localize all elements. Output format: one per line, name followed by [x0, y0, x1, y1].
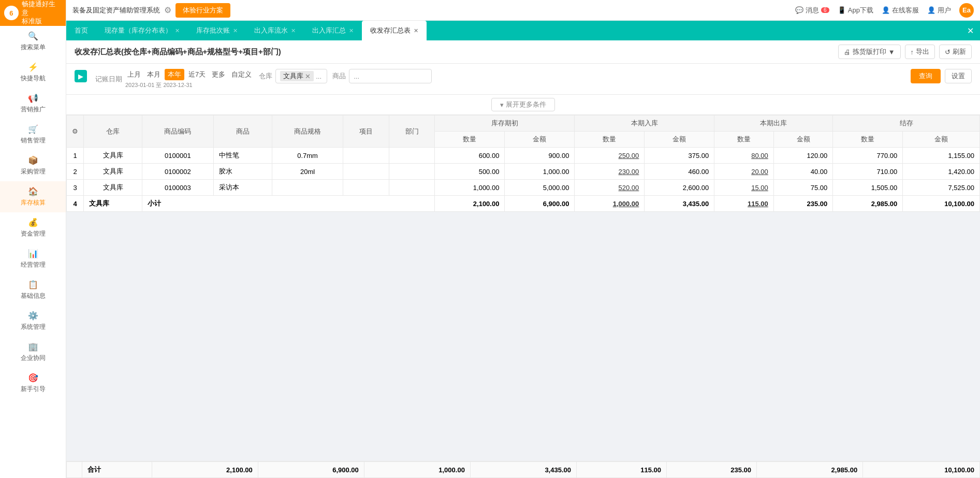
- row-goods-spec: 0.7mm: [272, 148, 343, 164]
- row-no: 2: [67, 164, 84, 180]
- row-out-qty[interactable]: 15.00: [714, 180, 774, 196]
- row-project: [343, 180, 389, 196]
- user-icon: 👤: [927, 6, 935, 14]
- row-in-amt: 460.00: [645, 164, 714, 180]
- nav-tab-close-batch[interactable]: ✕: [233, 27, 238, 34]
- row-in-qty-link[interactable]: 250.00: [619, 152, 639, 160]
- online-service-item[interactable]: 👤 在线客服: [882, 6, 919, 15]
- nav-tab-home[interactable]: 首页: [66, 21, 96, 40]
- sidebar-item-operations[interactable]: 📊 经营管理: [0, 243, 66, 274]
- sidebar-item-enterprise[interactable]: 🏢 企业协同: [0, 337, 66, 368]
- sidebar-item-purchase[interactable]: 📦 采购管理: [0, 150, 66, 181]
- export-btn[interactable]: ↑ 导出: [905, 45, 935, 59]
- warehouse-tag-close[interactable]: ✕: [305, 73, 311, 80]
- row-open-amt: 5,000.00: [505, 180, 575, 196]
- row-no: 1: [67, 148, 84, 164]
- row-in-qty[interactable]: 520.00: [575, 180, 645, 196]
- nav-tab-stock-dist[interactable]: 现存量（库存分布表）✕: [96, 21, 188, 40]
- col-open-qty-header: 数量: [435, 132, 505, 148]
- sidebar-item-marketing[interactable]: 📢 营销推广: [0, 88, 66, 119]
- date-opt-custom[interactable]: 自定义: [229, 69, 254, 80]
- settings-icon[interactable]: ⚙: [164, 5, 171, 15]
- total-out-qty: 115.00: [576, 462, 666, 478]
- row-out-qty[interactable]: 20.00: [714, 164, 774, 180]
- row-in-qty-link[interactable]: 520.00: [619, 184, 639, 192]
- sidebar-item-inventory[interactable]: 🏠 库存核算: [0, 181, 66, 212]
- col-settings-header[interactable]: ⚙: [67, 115, 84, 148]
- subtotal-out-qty-link[interactable]: 115.00: [748, 200, 768, 208]
- warehouse-label: 仓库: [259, 71, 272, 81]
- collapse-btn[interactable]: ▶: [75, 70, 87, 82]
- nav-tab-close-stock-dist[interactable]: ✕: [175, 27, 180, 34]
- nav-tab-receive-summary[interactable]: 收发存汇总表✕: [362, 21, 427, 40]
- goods-ellipsis[interactable]: ...: [354, 73, 359, 80]
- sidebar-item-quick-nav[interactable]: ⚡ 快捷导航: [0, 57, 66, 88]
- inventory-icon: 🏠: [28, 186, 38, 196]
- total-row: 合计 2,100.00 6,900.00 1,000.00 3,435.00 1…: [67, 462, 980, 478]
- sidebar-item-sales[interactable]: 🛒 销售管理: [0, 119, 66, 150]
- sidebar-item-finance[interactable]: 💰 资金管理: [0, 212, 66, 243]
- row-warehouse: 文具库: [84, 180, 142, 196]
- row-goods-code: 0100001: [142, 148, 214, 164]
- sidebar-item-guide[interactable]: 🎯 新手引导: [0, 368, 66, 399]
- close-window-btn[interactable]: ✕: [961, 26, 980, 36]
- nav-tab-close-inout-flow[interactable]: ✕: [291, 27, 296, 34]
- row-close-amt: 1,420.00: [903, 164, 980, 180]
- row-in-qty[interactable]: 250.00: [575, 148, 645, 164]
- marketing-icon: 📢: [28, 93, 38, 103]
- sidebar: 6 畅捷通好生意 标准版 🔍 搜索菜单 ⚡ 快捷导航 📢 营销推广 🛒 销售管理…: [0, 0, 66, 478]
- col-warehouse-header: 仓库: [84, 115, 142, 148]
- query-btn[interactable]: 查询: [911, 69, 941, 83]
- table-wrapper: ⚙ 仓库 商品编码 商品 商品规格 项目 部门 库存期初 本期入库 本期出库 结…: [66, 115, 980, 461]
- total-close-qty: 2,985.00: [757, 462, 863, 478]
- row-out-amt: 120.00: [773, 148, 833, 164]
- goods-input[interactable]: ...: [349, 69, 432, 83]
- app-download-item[interactable]: 📱 App下载: [838, 6, 873, 15]
- message-item[interactable]: 💬 消息 6: [795, 6, 829, 15]
- warehouse-input[interactable]: 文具库 ✕ ...: [275, 69, 327, 83]
- sidebar-item-system[interactable]: ⚙️ 系统管理: [0, 306, 66, 337]
- date-range: 2023-01-01 至 2023-12-31: [125, 81, 254, 89]
- table-row: 1 文具库 0100001 中性笔 0.7mm 600.00 900.00 25…: [67, 148, 980, 164]
- row-in-qty[interactable]: 230.00: [575, 164, 645, 180]
- warehouse-ellipsis[interactable]: ...: [316, 73, 321, 80]
- expand-conditions-btn[interactable]: ▾ 展开更多条件: [491, 98, 555, 111]
- app-logo: 6 畅捷通好生意 标准版: [0, 0, 66, 26]
- row-goods-name: 胶水: [213, 164, 272, 180]
- refresh-btn[interactable]: ↺ 刷新: [939, 45, 972, 59]
- page-actions: 🖨 拣货版打印 ▼ ↑ 导出 ↺ 刷新: [838, 45, 972, 59]
- nav-tab-batch[interactable]: 库存批次账✕: [188, 21, 246, 40]
- row-out-qty-link[interactable]: 15.00: [751, 184, 768, 192]
- row-out-qty-link[interactable]: 20.00: [751, 168, 768, 176]
- row-out-qty[interactable]: 80.00: [714, 148, 774, 164]
- logo-icon: 6: [4, 6, 19, 20]
- subtotal-open-qty: 2,100.00: [435, 196, 505, 212]
- row-in-qty-link[interactable]: 230.00: [619, 168, 639, 176]
- col-goods-name-header: 商品: [213, 115, 272, 148]
- row-close-amt: 7,525.00: [903, 180, 980, 196]
- row-goods-name: 中性笔: [213, 148, 272, 164]
- date-opt-this-month[interactable]: 本月: [145, 69, 163, 80]
- subtotal-in-qty-link[interactable]: 1,000.00: [613, 200, 639, 208]
- user-item[interactable]: 👤 用户: [927, 6, 951, 15]
- date-opt-last-month[interactable]: 上月: [125, 69, 143, 80]
- template-print-btn[interactable]: 🖨 拣货版打印 ▼: [838, 45, 901, 59]
- col-in-amt-header: 金额: [645, 132, 714, 148]
- sidebar-item-search[interactable]: 🔍 搜索菜单: [0, 26, 66, 57]
- sidebar-item-label-finance: 资金管理: [21, 229, 46, 238]
- nav-tab-inout-summary[interactable]: 出入库汇总✕: [304, 21, 362, 40]
- date-opt-more[interactable]: 更多: [210, 69, 227, 80]
- sidebar-item-base-info[interactable]: 📋 基础信息: [0, 274, 66, 306]
- row-out-qty-link[interactable]: 80.00: [751, 152, 768, 160]
- nav-tab-inout-flow[interactable]: 出入库流水✕: [246, 21, 304, 40]
- nav-tab-close-receive-summary[interactable]: ✕: [414, 27, 418, 34]
- settings-link-btn[interactable]: 设置: [945, 69, 972, 83]
- row-goods-spec: [272, 180, 343, 196]
- subtotal-no: 4: [67, 196, 84, 212]
- date-opt-this-year[interactable]: 本年: [165, 69, 184, 80]
- data-table: ⚙ 仓库 商品编码 商品 商品规格 项目 部门 库存期初 本期入库 本期出库 结…: [66, 115, 980, 212]
- experience-btn[interactable]: 体验行业方案: [175, 3, 230, 18]
- nav-tab-close-inout-summary[interactable]: ✕: [349, 27, 354, 34]
- date-opt-7days[interactable]: 近7天: [186, 69, 208, 80]
- sidebar-item-label-purchase: 采购管理: [21, 167, 46, 176]
